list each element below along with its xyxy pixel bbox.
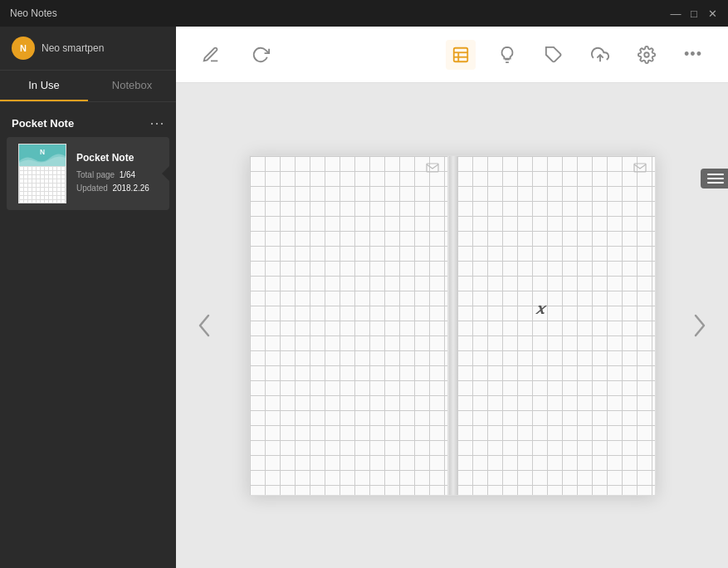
upload-button[interactable] — [585, 40, 615, 70]
tab-notebox[interactable]: Notebox — [88, 71, 176, 101]
insights-button[interactable] — [492, 40, 522, 70]
book-left-page — [250, 156, 449, 495]
book-right-page: 𝑥 — [457, 156, 655, 495]
app-layout: N Neo smartpen In Use Notebox Pocket Not… — [0, 27, 728, 568]
toolbar-right: ••• — [446, 40, 708, 70]
book-wrapper: 𝑥 — [249, 155, 656, 496]
prev-page-button[interactable] — [189, 311, 219, 340]
thumb-wave-svg: N — [19, 144, 66, 168]
pen-cursor: 𝑥 — [535, 300, 544, 318]
book-viewer: 𝑥 — [176, 83, 728, 568]
settings-button[interactable] — [632, 40, 662, 70]
app-title: Neo Notes — [10, 7, 57, 19]
section-menu-button[interactable]: ⋯ — [149, 115, 164, 130]
tag-button[interactable] — [539, 40, 569, 70]
minimize-button[interactable]: — — [670, 7, 682, 19]
book-spine — [449, 156, 457, 495]
notebook-thumbnail: N — [18, 144, 66, 203]
notebook-meta: Total page 1/64 Updated 2018.2.26 — [76, 169, 158, 195]
bulb-icon — [498, 46, 516, 64]
pen-tool-button[interactable] — [196, 40, 226, 70]
left-page-mail-icon[interactable] — [426, 163, 439, 175]
settings-icon — [638, 46, 656, 64]
upload-icon — [591, 46, 609, 64]
notebook-name: Pocket Note — [76, 152, 158, 164]
tag-icon — [545, 46, 563, 64]
tab-in-use[interactable]: In Use — [0, 71, 88, 101]
section-title: Pocket Note — [12, 117, 74, 130]
svg-point-9 — [644, 52, 649, 57]
neo-logo-icon: N — [14, 39, 32, 57]
close-button[interactable]: ✕ — [706, 7, 718, 19]
svg-text:N: N — [40, 148, 45, 156]
svg-rect-10 — [427, 164, 438, 172]
brand-logo: N — [12, 37, 35, 60]
right-page-grid — [457, 156, 655, 495]
book: 𝑥 — [249, 155, 656, 496]
right-page-mail-icon[interactable] — [633, 163, 647, 175]
notes-view-button[interactable] — [446, 40, 476, 70]
more-options-button[interactable]: ••• — [678, 40, 708, 70]
chevron-right-icon — [692, 312, 707, 339]
toolbar: ••• — [176, 27, 728, 83]
window-controls: — □ ✕ — [670, 7, 718, 19]
title-bar: Neo Notes — □ ✕ — [0, 0, 728, 27]
pen-icon — [202, 46, 220, 64]
page-nav-line-2 — [707, 178, 724, 179]
maximize-button[interactable]: □ — [688, 7, 700, 19]
page-nav-line-1 — [707, 174, 724, 175]
notebook-list: Pocket Note ⋯ N — [0, 102, 176, 568]
notebook-card[interactable]: N Pocket Note Total page 1/64 Upda — [7, 137, 169, 210]
next-page-button[interactable] — [685, 311, 715, 340]
chevron-left-icon — [197, 312, 212, 339]
toolbar-left — [196, 40, 276, 70]
brand-name: Neo smartpen — [42, 42, 104, 54]
svg-text:N: N — [20, 43, 27, 53]
sidebar: N Neo smartpen In Use Notebox Pocket Not… — [0, 27, 176, 568]
refresh-icon — [252, 46, 270, 64]
section-header: Pocket Note ⋯ — [0, 109, 176, 137]
notes-icon — [452, 46, 470, 64]
page-nav-button[interactable] — [701, 169, 729, 189]
page-nav-line-3 — [707, 182, 724, 184]
left-page-grid — [250, 156, 447, 495]
svg-rect-11 — [634, 164, 646, 172]
main-content: ••• — [176, 27, 728, 568]
refresh-button[interactable] — [246, 40, 276, 70]
fold-indicator — [162, 165, 170, 182]
notebook-info: Pocket Note Total page 1/64 Updated 2018… — [76, 152, 158, 195]
tab-bar: In Use Notebox — [0, 71, 176, 102]
brand-area: N Neo smartpen — [0, 27, 176, 71]
svg-rect-3 — [454, 47, 468, 61]
